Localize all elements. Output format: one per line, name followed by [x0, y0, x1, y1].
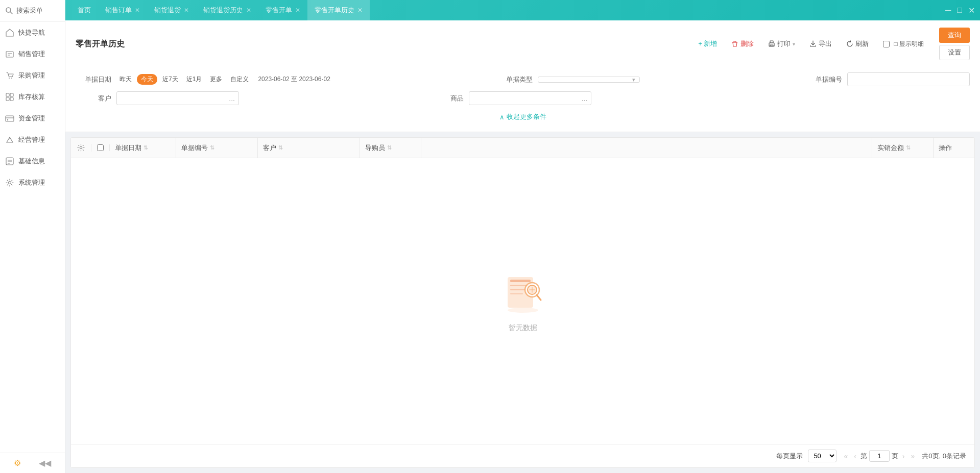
date-filter-buttons: 昨天 今天 近7天 近1月 更多 自定义 2023-06-02 至 2023-0…	[116, 74, 330, 85]
goods-input[interactable]	[469, 91, 591, 105]
topbar: 首页 销售订单 ✕ 销货退货 ✕ 销货退货历史 ✕ 零售开单 ✕ 零售开单历史 …	[65, 0, 980, 20]
date-filter-label: 单据日期	[76, 75, 116, 84]
last-page-btn[interactable]: »	[909, 451, 917, 461]
date-btn-custom[interactable]: 自定义	[227, 74, 252, 85]
svg-point-6	[11, 78, 12, 79]
settings-button[interactable]: 设置	[939, 45, 970, 60]
display-detail-checkbox[interactable]	[883, 41, 890, 47]
total-info: 共0页, 0条记录	[922, 452, 966, 461]
display-detail-button[interactable]: □ 显示明细	[879, 38, 928, 51]
date-btn-1month[interactable]: 近1月	[183, 74, 205, 85]
print-dropdown-icon[interactable]: ▾	[793, 41, 795, 47]
sidebar-item-sales-mgmt[interactable]: 销售管理	[0, 43, 65, 65]
tab-sales-return-history[interactable]: 销货退货历史 ✕	[196, 0, 258, 20]
table-header-checkbox[interactable]	[91, 144, 110, 151]
table-header: 单据日期 ⇅ 单据编号 ⇅ 客户 ⇅ 导购员 ⇅ 实销金额	[71, 138, 974, 158]
th-customer: 客户 ⇅	[258, 138, 360, 158]
tab-retail-history[interactable]: 零售开单历史 ✕	[307, 0, 370, 20]
sidebar-item-base-info[interactable]: 基础信息	[0, 151, 65, 172]
svg-rect-2	[6, 52, 13, 57]
next-page-btn[interactable]: ›	[900, 451, 907, 461]
window-minimize[interactable]: ─	[945, 6, 951, 15]
collapse-icon[interactable]: ◀◀	[39, 458, 51, 468]
date-btn-more[interactable]: 更多	[207, 74, 225, 85]
svg-rect-28	[510, 289, 525, 290]
svg-rect-9	[6, 97, 9, 101]
delete-button[interactable]: 删除	[727, 37, 758, 51]
svg-rect-26	[510, 280, 531, 282]
svg-rect-10	[10, 97, 13, 101]
print-button[interactable]: 打印 ▾	[764, 37, 799, 51]
tab-home[interactable]: 首页	[70, 0, 98, 20]
sidebar-item-finance[interactable]: 资金管理	[0, 108, 65, 129]
svg-rect-8	[10, 93, 13, 96]
page-title: 零售开单历史	[76, 39, 125, 49]
date-btn-7days[interactable]: 近7天	[159, 74, 181, 85]
sidebar-bottom: ⚙ ◀◀	[0, 453, 65, 473]
sidebar-item-label: 采购管理	[18, 71, 45, 80]
table-settings-btn[interactable]	[71, 144, 91, 152]
customer-search-dots[interactable]: ...	[229, 94, 235, 103]
svg-rect-7	[6, 93, 9, 96]
tab-sales-return[interactable]: 销货退货 ✕	[147, 0, 196, 20]
export-button[interactable]: 导出	[805, 37, 836, 51]
per-page-select[interactable]: 50 10 20 100	[808, 450, 836, 462]
print-icon	[768, 40, 775, 47]
svg-point-5	[9, 78, 10, 79]
tab-close-sales-return[interactable]: ✕	[184, 7, 189, 14]
home-icon	[5, 28, 14, 37]
svg-rect-21	[770, 41, 773, 43]
bill-type-select[interactable]: ▾	[538, 77, 640, 83]
bill-num-input[interactable]	[847, 72, 970, 86]
sidebar-item-quick-nav[interactable]: 快捷导航	[0, 22, 65, 43]
prev-page-btn[interactable]: ‹	[852, 451, 858, 461]
pagination-nav: « ‹ 第 页 › »	[842, 450, 917, 462]
operation-icon	[5, 135, 14, 144]
date-btn-today[interactable]: 今天	[137, 74, 157, 85]
refresh-button[interactable]: 刷新	[842, 37, 873, 51]
empty-illustration	[497, 269, 548, 315]
tab-close-retail-open[interactable]: ✕	[295, 7, 300, 14]
sidebar-item-purchase-mgmt[interactable]: 采购管理	[0, 65, 65, 86]
bill-type-label: 单据类型	[497, 75, 538, 84]
sort-customer-icon[interactable]: ⇅	[278, 144, 283, 151]
goods-search-dots[interactable]: ...	[582, 94, 588, 103]
sort-num-icon[interactable]: ⇅	[210, 144, 214, 151]
sidebar-item-label: 销售管理	[18, 49, 45, 59]
select-all-checkbox[interactable]	[97, 144, 104, 151]
tab-close-retail-history[interactable]: ✕	[357, 7, 363, 14]
svg-point-23	[80, 146, 82, 148]
window-close[interactable]: ✕	[968, 6, 975, 15]
sidebar-item-operation[interactable]: 经营管理	[0, 129, 65, 151]
collapse-more-btn[interactable]: ∧ 收起更多条件	[76, 110, 970, 126]
goods-filter-label: 商品	[428, 94, 469, 103]
customer-input[interactable]	[116, 91, 239, 105]
page-number-input[interactable]	[869, 450, 890, 462]
sidebar-item-label: 基础信息	[18, 157, 45, 166]
empty-state: 暂无数据	[71, 158, 974, 444]
sidebar-item-inventory[interactable]: 库存核算	[0, 86, 65, 108]
delete-icon	[731, 40, 738, 47]
tab-sales-order[interactable]: 销售订单 ✕	[98, 0, 147, 20]
sort-date-icon[interactable]: ⇅	[144, 144, 148, 151]
settings-icon[interactable]: ⚙	[14, 458, 21, 468]
date-btn-yesterday[interactable]: 昨天	[116, 74, 135, 85]
svg-rect-15	[6, 158, 13, 165]
tab-close-sales-order[interactable]: ✕	[135, 7, 140, 14]
bill-type-arrow: ▾	[632, 76, 635, 83]
sidebar-item-sys-mgmt[interactable]: 系统管理	[0, 172, 65, 193]
sort-guide-icon[interactable]: ⇅	[387, 144, 392, 151]
add-button[interactable]: + 新增	[694, 37, 721, 51]
query-button[interactable]: 查询	[939, 28, 970, 43]
sort-amount-icon[interactable]: ⇅	[906, 144, 911, 151]
window-maximize[interactable]: □	[957, 6, 962, 15]
th-amount: 实销金额 ⇅	[872, 138, 934, 158]
sidebar-search[interactable]: 搜索采单	[0, 0, 65, 22]
tab-retail-open[interactable]: 零售开单 ✕	[258, 0, 307, 20]
page-unit: 页	[892, 452, 898, 461]
finance-icon	[5, 114, 14, 123]
first-page-btn[interactable]: «	[842, 451, 850, 461]
th-date: 单据日期 ⇅	[110, 138, 176, 158]
table-area: 单据日期 ⇅ 单据编号 ⇅ 客户 ⇅ 导购员 ⇅ 实销金额	[70, 137, 975, 468]
tab-close-sales-return-history[interactable]: ✕	[246, 7, 251, 14]
